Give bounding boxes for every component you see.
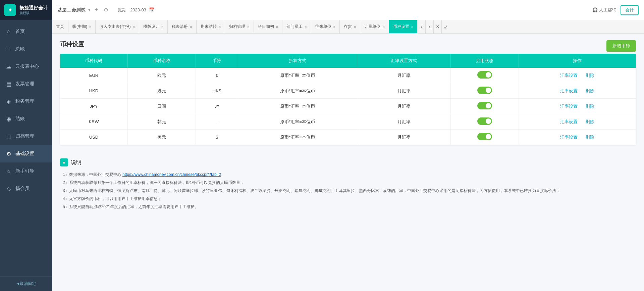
delete-link[interactable]: 删除 [586, 135, 594, 140]
sidebar-item-invoice[interactable]: ▤ 发票管理 [0, 75, 52, 93]
tab-close-icon[interactable]: × [333, 25, 335, 29]
tab-close-icon[interactable]: × [132, 25, 135, 29]
cell-code: USD [60, 130, 127, 145]
tab-close-icon[interactable]: × [276, 25, 278, 29]
tab-unit[interactable]: 计量单位 × [360, 20, 389, 34]
rate-setting-link[interactable]: 汇率设置 [560, 88, 578, 93]
headset-icon: 🎧 [592, 7, 598, 12]
notes-item: 1）数据来源：中国外汇交易中心 https://www.chinamoney.c… [60, 171, 636, 179]
tab-expand-button[interactable]: ⤢ [442, 20, 450, 34]
delete-link[interactable]: 删除 [586, 88, 594, 93]
tab-partner[interactable]: 往来单位 × [311, 20, 340, 34]
table-row: HKD 港元 HK$ 原币*汇率=本位币 月汇率 汇率设置 删除 [60, 83, 636, 99]
delete-link[interactable]: 删除 [586, 73, 594, 78]
tab-department[interactable]: 部门员工 × [282, 20, 311, 34]
sidebar: ✦ 畅捷通好会计 旗舰版 ⌂ 首页 ≡ 总账 ☁ 云报表中心 ▤ 发票管理 ◈ … [0, 0, 52, 291]
sidebar-nav: ⌂ 首页 ≡ 总账 ☁ 云报表中心 ▤ 发票管理 ◈ 税务管理 ◉ 结账 ◫ 归… [0, 20, 52, 276]
tab-close-icon[interactable]: × [161, 25, 163, 29]
member-icon: ◇ [5, 186, 12, 192]
sidebar-pin-toggle[interactable]: ◄取消固定 [0, 276, 52, 291]
cell-symbol: -- [196, 114, 238, 130]
cell-status [451, 68, 519, 83]
cell-actions: 汇率设置 删除 [519, 114, 636, 130]
toggle-enabled[interactable] [477, 87, 492, 94]
tab-period-end[interactable]: 期末结转 × [197, 20, 225, 34]
cloud-icon: ☁ [5, 63, 12, 70]
cell-rate-type: 月汇率 [357, 114, 450, 130]
toggle-enabled[interactable] [477, 117, 492, 125]
sidebar-item-member[interactable]: ◇ 畅会员 [0, 180, 52, 197]
rate-setting-link[interactable]: 汇率设置 [560, 73, 578, 78]
tab-close-icon[interactable]: × [247, 25, 249, 29]
notes-title: ≡ 说明 [60, 158, 636, 166]
add-tab-button[interactable]: + [93, 6, 100, 13]
checkout-icon: ◉ [5, 116, 12, 122]
sidebar-item-tax[interactable]: ◈ 税务管理 [0, 93, 52, 110]
table-body: EUR 欧元 € 原币*汇率=本位币 月汇率 汇率设置 删除 HKD 港元 HK… [60, 68, 636, 145]
tab-tax-table[interactable]: 税表清册 × [168, 20, 196, 34]
toggle-enabled[interactable] [477, 71, 492, 79]
tabs-bar: 首页 帐(中期) × 收入支出表(年报) × 模版设计 × 税表清册 × 期末结… [52, 20, 644, 34]
rate-setting-link[interactable]: 汇率设置 [560, 135, 578, 140]
notes-item: 5）系统只能自动抓取2021年度后的汇率，之前年度汇率需要用户手工维护。 [60, 203, 636, 211]
tab-close-icon[interactable]: × [354, 25, 356, 29]
settings-gear-icon[interactable]: ⚙ [102, 7, 110, 13]
tab-inventory[interactable]: 存货 × [340, 20, 360, 34]
delete-link[interactable]: 删除 [586, 104, 594, 109]
tab-subject-init[interactable]: 科目期初 × [254, 20, 282, 34]
period-label: 账期 2023-03 📅 [118, 7, 154, 13]
cell-code: JPY [60, 99, 127, 114]
tab-close-icon[interactable]: × [305, 25, 307, 29]
page-title: 币种设置 [60, 40, 636, 48]
cell-status [451, 99, 519, 114]
tab-close-icon[interactable]: × [89, 25, 91, 29]
cell-status [451, 114, 519, 130]
tab-annual-report[interactable]: 收入支出表(年报) × [96, 20, 139, 34]
main-content: 币种设置 新增币种 币种代码 币种名称 币符 折算方式 汇率设置方式 启用状态 … [52, 34, 644, 291]
project-dropdown[interactable]: ▾ [88, 7, 91, 12]
tab-archive[interactable]: 归档管理 × [225, 20, 254, 34]
sidebar-item-checkout[interactable]: ◉ 结账 [0, 110, 52, 128]
toggle-enabled[interactable] [477, 102, 492, 109]
toggle-enabled[interactable] [477, 133, 492, 140]
col-symbol: 币符 [196, 54, 238, 68]
tab-close-icon[interactable]: × [411, 25, 413, 29]
header: 基层工会测试 ▾ + ⚙ 账期 2023-03 📅 🎧 人工咨询 会计 [52, 0, 644, 20]
sidebar-item-report[interactable]: ☁ 云报表中心 [0, 58, 52, 75]
tab-home[interactable]: 首页 [52, 20, 68, 34]
tax-icon: ◈ [5, 98, 12, 105]
new-currency-button[interactable]: 新增币种 [606, 40, 636, 52]
cell-calc: 原币*汇率=本位币 [238, 83, 357, 99]
col-rate-type: 汇率设置方式 [357, 54, 450, 68]
delete-link[interactable]: 删除 [586, 119, 594, 124]
tab-close-icon[interactable]: × [190, 25, 192, 29]
sidebar-item-home[interactable]: ⌂ 首页 [0, 23, 52, 40]
cell-status [451, 83, 519, 99]
notes-external-link[interactable]: https://www.chinamoney.com.cn/chinese/bk… [122, 172, 221, 177]
currency-table: 币种代码 币种名称 币符 折算方式 汇率设置方式 启用状态 操作 EUR 欧元 … [60, 54, 636, 145]
calendar-icon[interactable]: 📅 [149, 7, 154, 12]
tab-next-button[interactable]: › [426, 20, 434, 34]
rate-setting-link[interactable]: 汇率设置 [560, 104, 578, 109]
sidebar-item-guide[interactable]: ☆ 新手引导 [0, 162, 52, 180]
cell-code: EUR [60, 68, 127, 83]
tab-currency[interactable]: 币种设置 × [389, 20, 418, 34]
tab-close-icon[interactable]: × [219, 25, 221, 29]
tab-mid-period[interactable]: 帐(中期) × [68, 20, 96, 34]
tab-close-icon[interactable]: × [382, 25, 384, 29]
tab-close-all-button[interactable]: × [434, 20, 442, 34]
sidebar-item-archive[interactable]: ◫ 归档管理 [0, 128, 52, 145]
rate-setting-link[interactable]: 汇率设置 [560, 119, 578, 124]
notes-section: ≡ 说明 1）数据来源：中国外汇交易中心 https://www.chinamo… [60, 158, 636, 211]
cell-status [451, 130, 519, 145]
customer-service-button[interactable]: 🎧 人工咨询 [592, 7, 616, 13]
tab-template[interactable]: 模版设计 × [139, 20, 168, 34]
sidebar-item-ledger[interactable]: ≡ 总账 [0, 40, 52, 58]
home-icon: ⌂ [5, 29, 12, 35]
account-type-button[interactable]: 会计 [621, 5, 639, 15]
sidebar-logo: ✦ 畅捷通好会计 旗舰版 [0, 0, 52, 20]
sidebar-item-settings[interactable]: ⚙ 基础设置 [0, 145, 52, 162]
page-header: 币种设置 新增币种 [60, 40, 636, 54]
logo-text: 畅捷通好会计 旗舰版 [19, 5, 48, 15]
tab-prev-button[interactable]: ‹ [418, 20, 426, 34]
